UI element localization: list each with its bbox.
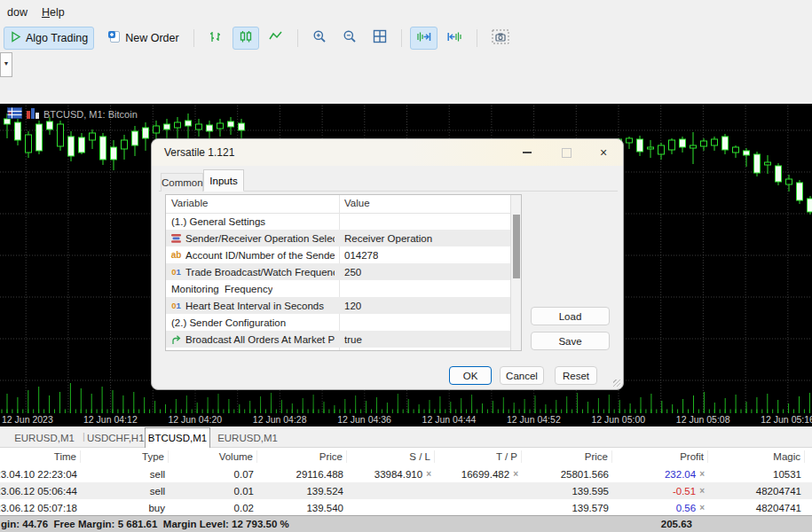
line-chart-button[interactable]: [263, 27, 289, 50]
position-profit: -0.51: [673, 486, 696, 497]
inputs-param-row[interactable]: Sender/Receiver Operation SelectionRecei…: [166, 230, 511, 246]
position-row[interactable]: 023.04.10 22:23:04sell0.0729116.48833984…: [0, 466, 812, 482]
secondary-toolbar: ▼: [0, 51, 812, 80]
zoom-in-button[interactable]: [306, 27, 333, 50]
inputs-param-row[interactable]: Broadcast All Orders At Market Pricetrue: [166, 331, 511, 348]
tab-common[interactable]: Common: [161, 173, 203, 192]
resize-grip[interactable]: [613, 379, 620, 387]
position-type: buy: [148, 503, 165, 513]
tile-windows-button[interactable]: [367, 27, 393, 50]
inputs-scrollbar[interactable]: [510, 195, 521, 350]
position-open-price: 139.540: [306, 503, 343, 513]
chart-tab-usdchf-h1[interactable]: USDCHF,H1: [87, 430, 142, 448]
auto-scroll-icon: [416, 30, 431, 46]
positions-column-header[interactable]: Magic: [708, 450, 805, 463]
menu-item-help[interactable]: Help: [35, 4, 72, 21]
cancel-button[interactable]: Cancel: [500, 366, 544, 385]
time-axis-label: 12 Jun 2023: [2, 414, 53, 425]
chart-tab-btcusd-m1[interactable]: BTCUSD,M1: [145, 427, 210, 448]
param-value[interactable]: 120: [344, 301, 361, 311]
close-icon: ×: [600, 145, 607, 160]
tab-separator: |: [83, 431, 85, 442]
maximize-button[interactable]: [558, 145, 574, 160]
inputs-section-row[interactable]: (2.) Sender Configuration: [166, 314, 511, 331]
inputs-param-row[interactable]: abAccount ID/Number of the Sender014278: [166, 246, 511, 263]
status-bar: gin: 44.76 Free Margin: 5 681.61 Margin …: [0, 515, 812, 532]
chart-tab-eurusd-m1[interactable]: EURUSD,M1: [7, 430, 82, 448]
inputs-param-row[interactable]: 01Heart Beat Interval in Seconds120: [166, 297, 511, 314]
position-row[interactable]: 023.06.12 05:06:44sell0.01139.524139.595…: [0, 482, 812, 499]
menu-item-window[interactable]: dow: [0, 4, 35, 21]
positions-column-header[interactable]: T / P: [435, 450, 522, 463]
fork-arrows-icon: [169, 350, 183, 351]
chart-bars-icon: [26, 107, 40, 121]
positions-column-header[interactable]: S / L: [347, 450, 435, 463]
param-value[interactable]: 014278: [344, 250, 378, 261]
inputs-param-row[interactable]: 01Trade Broadcast/Watch Frequency (...25…: [166, 263, 511, 280]
application-window: dow Help Algo Trading New Order: [0, 0, 812, 532]
scrollbar-thumb[interactable]: [513, 215, 520, 278]
integer-input-icon: 01: [169, 266, 183, 278]
param-value[interactable]: true: [344, 334, 362, 345]
positions-column-header[interactable]: Price: [522, 450, 612, 463]
param-value[interactable]: Receiver Operation: [344, 233, 432, 244]
time-axis-label: 12 Jun 04:20: [168, 414, 222, 425]
screenshot-button[interactable]: [485, 27, 516, 50]
param-value[interactable]: true: [344, 351, 362, 352]
auto-scroll-button[interactable]: [410, 27, 438, 50]
positions-column-header[interactable]: Profit: [612, 450, 708, 463]
positions-column-header[interactable]: Time: [0, 450, 81, 463]
positions-column-header[interactable]: Type: [81, 450, 169, 463]
position-volume: 0.07: [234, 469, 254, 480]
toolbar-separator: [401, 29, 402, 47]
load-button[interactable]: Load: [531, 307, 610, 325]
close-button[interactable]: ×: [595, 145, 611, 160]
maximize-icon: [562, 148, 572, 158]
algo-trading-button[interactable]: Algo Trading: [4, 27, 94, 50]
toolbar: Algo Trading New Order: [0, 25, 812, 51]
chart-tab-eurusd-m1[interactable]: EURUSD,M1: [217, 430, 279, 448]
dropdown-arrow-icon: ▼: [4, 60, 10, 66]
inputs-param-row[interactable]: Broadcast Stop Loss and Take Profit ...t…: [166, 348, 511, 351]
menubar: dow Help: [0, 0, 812, 26]
fork-arrows-icon: [169, 333, 183, 345]
time-axis-label: 12 Jun 05:08: [676, 414, 730, 425]
time-axis-label: 12 Jun 05:00: [591, 414, 645, 425]
time-axis-label: 12 Jun 04:44: [422, 414, 477, 425]
toolbar-separator: [297, 29, 298, 47]
bar-chart-button[interactable]: [202, 27, 229, 50]
minimize-button[interactable]: [519, 145, 535, 160]
column-variable: Variable: [171, 198, 208, 208]
ok-button[interactable]: OK: [449, 366, 492, 385]
close-position-icon[interactable]: ×: [699, 504, 705, 512]
inputs-section-row[interactable]: (1.) General Settings: [166, 213, 511, 230]
new-order-button[interactable]: New Order: [101, 27, 185, 50]
candlestick-chart-button[interactable]: [233, 27, 259, 50]
chart-shift-button[interactable]: [441, 27, 469, 50]
time-axis-label: 12 Jun 04:36: [337, 414, 391, 425]
close-position-icon[interactable]: ×: [426, 470, 431, 479]
positions-column-header[interactable]: Volume: [169, 450, 257, 463]
position-row[interactable]: 023.06.12 05:07:18buy0.02139.540139.5790…: [0, 499, 812, 516]
tab-inputs[interactable]: Inputs: [203, 169, 244, 192]
toolbar-overflow-dropdown[interactable]: ▼: [0, 52, 12, 77]
margin-status-text: gin: 44.76 Free Margin: 5 681.61 Margin …: [1, 519, 289, 529]
positions-table: TimeTypeVolumePriceS / LT / PPriceProfit…: [0, 448, 812, 515]
close-position-icon[interactable]: ×: [513, 470, 518, 479]
reset-button[interactable]: Reset: [555, 366, 597, 385]
positions-column-header[interactable]: Price: [257, 450, 347, 463]
time-axis-label: 12 Jun 04:28: [253, 414, 307, 425]
position-volume: 0.02: [234, 503, 254, 513]
inputs-section-row[interactable]: Monitoring Frequency: [166, 280, 511, 297]
param-value[interactable]: 250: [344, 267, 361, 278]
save-button[interactable]: Save: [531, 332, 610, 350]
dialog-titlebar[interactable]: Versatile 1.121 ×: [152, 139, 623, 166]
close-position-icon[interactable]: ×: [699, 487, 705, 496]
position-type: sell: [150, 486, 165, 497]
close-position-icon[interactable]: ×: [699, 470, 705, 479]
position-tp: 16699.482: [461, 469, 509, 480]
zoom-out-button[interactable]: [336, 27, 363, 50]
param-name: Trade Broadcast/Watch Frequency (...: [185, 267, 335, 278]
position-current-price: 139.579: [572, 503, 609, 513]
position-sl: 33984.910: [374, 469, 422, 480]
